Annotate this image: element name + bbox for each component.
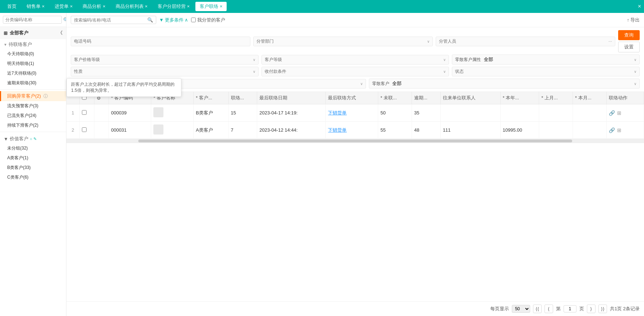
grid-icon: ⊞	[4, 30, 8, 36]
row-this-month	[573, 122, 606, 139]
chevron-down-icon: ▼	[4, 43, 7, 47]
horizontal-scrollbar[interactable]	[66, 139, 644, 143]
my-customers-label: 我分管的客户	[197, 17, 225, 23]
sidebar-item-churn-warning[interactable]: 流失预警客户(3)	[0, 101, 66, 111]
row-checkbox[interactable]	[79, 122, 94, 139]
table-row: 1 000039 B类客户 15 2023-04-17 14:19: 下销货单 …	[66, 104, 644, 122]
scrollbar-thumb[interactable]	[138, 140, 572, 142]
nav-product-list[interactable]: 商品分析列表 ×	[111, 2, 152, 11]
col-this-month-header: * 本月...	[573, 92, 606, 104]
sidebar-item-overdue[interactable]: 逾期未联络(30)	[0, 78, 66, 88]
nav-sales[interactable]: 销售单 ×	[22, 2, 49, 11]
sidebar-item-b-class[interactable]: B类客户(33)	[0, 163, 66, 173]
col-action-header: 联络动作	[606, 92, 644, 104]
next-page-button[interactable]: ⟩	[587, 305, 596, 313]
filter-payment[interactable]: 收付款条件 ∨	[261, 67, 449, 76]
action-buttons: 查询 设置	[618, 30, 640, 52]
col-type-header: * 客户...	[194, 92, 228, 104]
export-button[interactable]: ↑ 导出	[627, 17, 640, 23]
nav-customer-contact[interactable]: 客户联络 ×	[195, 2, 227, 11]
row-code: 000039	[109, 104, 151, 122]
nav-home[interactable]: 首页	[3, 2, 21, 11]
sidebar-item-tomorrow-pending[interactable]: 明天待联络(1)	[0, 59, 66, 69]
row-last-method[interactable]: 下销货单	[326, 122, 378, 139]
link-icon[interactable]: 🔗	[609, 127, 615, 133]
content-area: 🔍 ▼ 更多条件 ∧ 我分管的客户 ↑ 导出 电话号码	[66, 13, 644, 316]
row-action: 🔗 ⊞	[606, 104, 644, 122]
col-last-month-header: * 上月...	[539, 92, 573, 104]
nav-customer-tier[interactable]: 客户分层经营 ×	[153, 2, 194, 11]
scatter-customer-label: 零散客户	[372, 81, 389, 87]
search-icon[interactable]: 🔍	[147, 17, 153, 23]
per-page-select[interactable]: 50 100	[512, 305, 530, 313]
chevron-down-level: ∨	[443, 58, 446, 62]
sidebar-item-c-class[interactable]: C类客户(6)	[0, 173, 66, 182]
filter-status[interactable]: 状态 ∨	[452, 67, 640, 76]
row-contacts: 15	[228, 104, 257, 122]
filter-phone[interactable]: 电话号码	[71, 37, 250, 46]
all-customers-label: 全部客户	[10, 30, 28, 36]
row-this-month	[573, 104, 606, 122]
sidebar-divider-1	[0, 89, 66, 90]
grid-action-icon[interactable]: ⊞	[617, 127, 621, 133]
sidebar-item-repurchase-abnormal[interactable]: 回购异常客户(2) ⓘ	[0, 91, 66, 101]
sidebar-item-week-pending[interactable]: 近7天待联络(0)	[0, 69, 66, 78]
query-button[interactable]: 查询	[618, 30, 640, 40]
scatter-customer-value: 全部	[392, 80, 633, 87]
filter-manager[interactable]: 分管人员 ···	[436, 37, 615, 46]
close-window-button[interactable]: ×	[638, 3, 641, 10]
first-page-button[interactable]: ⟨⟨	[533, 305, 542, 313]
filter-price-level-label: 客户价格等级	[74, 57, 100, 63]
sidebar-pending-group: ▼ 待联络客户	[0, 39, 66, 49]
chevron-down-status: ∨	[634, 70, 636, 74]
tooltip-box: 距客户上次交易时长，超过了此客户的平均交易周期的1.5倍，则视为异常。	[66, 78, 181, 97]
table-row: 2 000031 A类客户 7 2023-04-12 14:44: 下销货单 5…	[66, 122, 644, 139]
row-select-checkbox[interactable]	[82, 127, 87, 132]
more-conditions-button[interactable]: ▼ 更多条件 ∧	[159, 17, 188, 23]
sidebar-item-today-pending[interactable]: 今天待联络(0)	[0, 49, 66, 59]
sidebar-search-input[interactable]	[3, 16, 62, 24]
filter-dept[interactable]: 分管部门 ∨	[253, 37, 433, 46]
chevron-down-ctype: ∨	[360, 82, 363, 86]
last-page-button[interactable]: ⟩⟩	[598, 305, 607, 313]
export-icon: ↑	[627, 17, 630, 23]
sidebar-item-unclassified[interactable]: 未分组(32)	[0, 143, 66, 153]
nav-product-analysis[interactable]: 商品分析 ×	[78, 2, 110, 11]
contact-method-link[interactable]: 下销货单	[328, 110, 347, 115]
filter-price-level[interactable]: 客户价格等级 ∨	[71, 55, 259, 65]
grid-action-icon[interactable]: ⊞	[617, 110, 621, 116]
sidebar-item-declining[interactable]: 持续下滑客户(2)	[0, 121, 66, 130]
col-overdue-header: 逾期...	[412, 92, 441, 104]
page-label: 第	[556, 306, 561, 312]
scatter-attr-value: 全部	[484, 56, 633, 63]
row-checkbox[interactable]	[79, 104, 94, 122]
sidebar-item-a-class[interactable]: A类客户(1)	[0, 153, 66, 163]
sidebar-item-churned[interactable]: 已流失客户(24)	[0, 111, 66, 121]
row-last-method[interactable]: 下销货单	[326, 104, 378, 122]
settings-button[interactable]: 设置	[618, 42, 640, 52]
filter-scatter-attr[interactable]: 零散客户属性 全部 ∨	[452, 55, 640, 65]
per-page-label: 每页显示	[490, 306, 509, 312]
edit-icon[interactable]: ○ ✎	[30, 137, 37, 141]
filter-phone-label: 电话号码	[74, 38, 91, 44]
sidebar-collapse-button[interactable]: 《	[58, 30, 62, 36]
sidebar: 🔍 ⊞ 全部客户 《 ▼ 待联络客户 今天待联络(0) 明天待联络(1) 近7天…	[0, 13, 66, 316]
filter-nature[interactable]: 性质 ∨	[71, 67, 259, 76]
prev-page-button[interactable]: ⟨	[545, 305, 553, 313]
row-select-checkbox[interactable]	[82, 110, 87, 115]
page-input[interactable]	[564, 305, 576, 312]
customer-table: ⚙ * 客户编码 * 客户名称 * 客户... 联络... 最后联络日期 最后联…	[66, 92, 644, 139]
search-input[interactable]	[74, 18, 146, 23]
filter-scatter-customer[interactable]: 零散客户 全部 ∨	[369, 79, 640, 89]
nav-purchase[interactable]: 进货单 ×	[50, 2, 77, 11]
row-action: 🔗 ⊞	[606, 122, 644, 139]
row-last-date: 2023-04-12 14:44:	[257, 122, 326, 139]
contact-method-link[interactable]: 下销货单	[328, 127, 347, 133]
link-icon[interactable]: 🔗	[609, 110, 615, 116]
pending-group-label: 待联络客户	[9, 41, 32, 48]
filter-status-label: 状态	[455, 69, 464, 75]
my-customers-checkbox[interactable]	[191, 18, 196, 22]
filter-customer-level[interactable]: 客户等级 ∨	[261, 55, 449, 65]
sidebar-search-icon[interactable]: 🔍	[63, 17, 66, 23]
my-customers-checkbox-area: 我分管的客户	[191, 17, 225, 23]
